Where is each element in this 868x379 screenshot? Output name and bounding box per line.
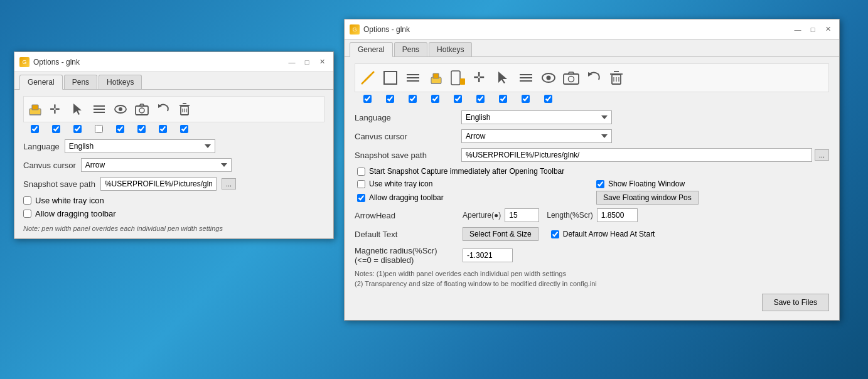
svg-rect-21	[384, 72, 397, 84]
svg-rect-28	[451, 71, 460, 85]
small-cb-6[interactable]	[137, 125, 146, 133]
small-cursor-row: Canvus cursor Arrow	[23, 158, 324, 172]
large-cb-3[interactable]	[409, 95, 417, 103]
small-cb-5[interactable]	[116, 125, 124, 133]
large-arrowhead-row: ArrowHead Aperture(●) Length(%Scr)	[355, 208, 829, 222]
small-tray-checkbox[interactable]	[23, 196, 31, 205]
small-cursor-select[interactable]: Arrow	[81, 158, 232, 172]
large-drag-cb[interactable]	[357, 194, 365, 202]
large-save-floating-button[interactable]: Save Floating window Pos	[596, 191, 699, 205]
large-app-icon: G	[350, 24, 360, 35]
large-tool-1[interactable]	[358, 68, 378, 88]
large-tool-2[interactable]	[380, 68, 400, 88]
small-cb-2[interactable]	[52, 125, 60, 133]
large-tool-diag[interactable]	[516, 68, 536, 88]
small-tool-move[interactable]: ✛	[48, 100, 65, 118]
small-snapshot-input[interactable]	[100, 177, 217, 191]
large-cb-2[interactable]	[386, 95, 394, 103]
small-cb-8[interactable]	[180, 125, 188, 133]
large-browse-button[interactable]: ...	[815, 149, 829, 161]
large-tab-general[interactable]: General	[350, 42, 393, 57]
small-tab-general[interactable]: General	[19, 75, 63, 90]
small-drag-row[interactable]: Allow dragging toolbar	[23, 209, 324, 218]
small-tab-pens[interactable]: Pens	[64, 75, 97, 89]
large-tool-move[interactable]: ✛	[471, 68, 491, 88]
large-tray-row[interactable]: Use white tray icon	[357, 179, 590, 188]
small-close-button[interactable]: ✕	[316, 56, 328, 68]
large-tool-fill[interactable]	[448, 68, 468, 88]
large-cb-4[interactable]	[431, 95, 439, 103]
large-tab-pens[interactable]: Pens	[394, 42, 427, 56]
large-drag-label: Allow dragging toolbar	[369, 193, 444, 202]
large-snapshot-input[interactable]	[461, 148, 812, 162]
small-checkboxes-row	[23, 125, 324, 133]
small-tool-eye[interactable]	[112, 100, 129, 118]
small-drag-label: Allow dragging toolbar	[35, 209, 116, 218]
small-tray-row[interactable]: Use white tray icon	[23, 196, 324, 205]
large-save-button[interactable]: Save to Files	[762, 294, 829, 311]
large-select-font-button[interactable]: Select Font & Size	[463, 227, 538, 241]
large-tool-eye[interactable]	[538, 68, 559, 88]
small-tool-select[interactable]	[69, 100, 87, 118]
large-close-button[interactable]: ✕	[822, 24, 834, 35]
large-note-2: (2) Transparency and size of floating wi…	[355, 280, 829, 287]
large-tabs: General Pens Hotkeys	[345, 40, 839, 57]
small-maximize-button[interactable]: □	[301, 56, 313, 68]
large-magnetic-row: Magnetic radius(%Scr) (<=0 = disabled)	[355, 246, 829, 265]
large-tool-pen[interactable]	[426, 68, 446, 88]
svg-point-11	[139, 108, 144, 113]
large-cb-8[interactable]	[522, 95, 530, 103]
large-cursor-select[interactable]: Arrow	[461, 129, 612, 143]
small-tray-label: Use white tray icon	[35, 196, 104, 205]
large-maximize-button[interactable]: □	[806, 24, 819, 35]
svg-marker-31	[498, 72, 507, 83]
small-browse-button[interactable]: ...	[222, 178, 236, 190]
large-floating-row[interactable]: Show Floating Window	[596, 179, 829, 188]
large-tool-arrow[interactable]	[493, 68, 513, 88]
large-magnetic-input[interactable]	[463, 248, 513, 262]
small-tab-hotkeys[interactable]: Hotkeys	[99, 75, 142, 89]
large-start-snapshot-row[interactable]: Start Snapshot Capture immediately after…	[357, 167, 829, 176]
large-default-arrow-row[interactable]: Default Arrow Head At Start	[551, 230, 655, 238]
small-tool-camera[interactable]	[133, 100, 151, 118]
large-tool-undo[interactable]	[584, 68, 604, 88]
small-note: Note: pen width panel overides each indi…	[23, 225, 324, 232]
large-cb-1[interactable]	[363, 95, 372, 103]
svg-point-9	[119, 107, 122, 111]
large-aperture-label: Aperture(●)	[463, 211, 501, 220]
large-cb-6[interactable]	[476, 95, 485, 103]
large-tab-hotkeys[interactable]: Hotkeys	[429, 42, 472, 56]
large-snapshot-row: ...	[461, 148, 829, 162]
small-tool-undo[interactable]	[154, 100, 172, 118]
large-tray-cb[interactable]	[357, 180, 365, 188]
large-tool-3[interactable]	[403, 68, 423, 88]
large-cb-7[interactable]	[499, 95, 507, 103]
small-tool-delete[interactable]	[176, 100, 193, 118]
large-length-label: Length(%Scr)	[547, 211, 592, 220]
small-cb-1[interactable]	[31, 125, 39, 133]
large-start-snapshot-cb[interactable]	[357, 168, 365, 176]
large-window: G Options - glnk — □ ✕ General Pens Hotk…	[344, 19, 840, 321]
large-cb-5[interactable]	[454, 95, 462, 103]
large-title-bar: G Options - glnk — □ ✕	[345, 19, 839, 40]
small-cb-3[interactable]	[73, 125, 82, 133]
large-aperture-input[interactable]	[505, 208, 539, 222]
large-minimize-button[interactable]: —	[791, 24, 804, 35]
small-tool-eraser[interactable]	[26, 100, 44, 118]
small-minimize-button[interactable]: —	[286, 56, 298, 68]
large-tool-delete[interactable]	[606, 68, 626, 88]
large-cb-9[interactable]	[544, 95, 552, 103]
small-language-select[interactable]: English	[65, 139, 215, 153]
large-notes: Notes: (1)pen width panel overides each …	[355, 270, 829, 287]
large-length-input[interactable]	[597, 208, 638, 222]
small-cb-7[interactable]	[159, 125, 167, 133]
large-default-arrow-cb[interactable]	[551, 230, 559, 238]
large-language-select[interactable]: English	[461, 110, 612, 124]
large-arrowhead-label: ArrowHead	[355, 211, 455, 220]
large-drag-row[interactable]: Allow dragging toolbar	[357, 193, 590, 202]
small-cb-4[interactable]	[95, 125, 103, 133]
small-tool-lines[interactable]	[90, 100, 108, 118]
small-drag-checkbox[interactable]	[23, 210, 31, 218]
large-tool-camera[interactable]	[561, 68, 581, 88]
large-floating-cb[interactable]	[596, 180, 604, 188]
